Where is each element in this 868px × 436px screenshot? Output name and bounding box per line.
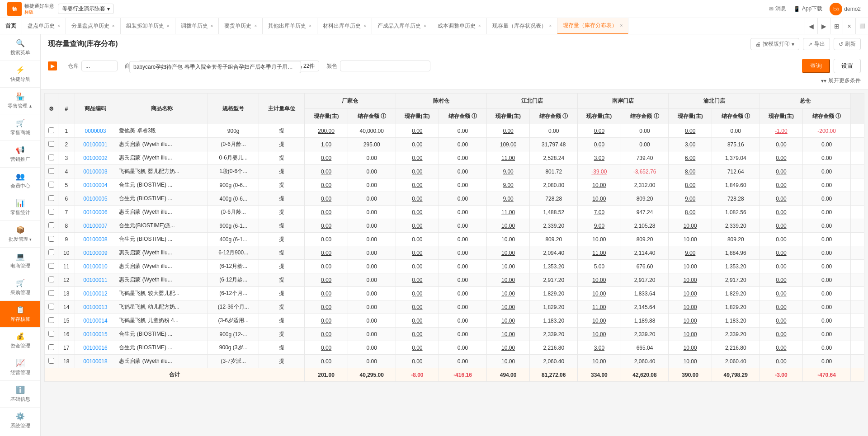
jb-qty[interactable]: 10.00 [486, 355, 530, 368]
close-icon[interactable]: × [424, 23, 426, 28]
tot-qty[interactable]: 0.00 [760, 165, 803, 178]
refresh-button[interactable]: ↺ 刷新 [834, 38, 861, 50]
fac-qty[interactable]: 0.00 [305, 273, 348, 287]
cl-qty[interactable]: 0.00 [396, 246, 439, 260]
jb-qty[interactable]: 10.00 [486, 246, 530, 260]
jb-qty[interactable]: 9.00 [486, 192, 530, 206]
jb-qty[interactable]: 9.00 [486, 178, 530, 192]
na-qty[interactable]: 10.00 [578, 273, 621, 287]
cl-qty[interactable]: 0.00 [396, 124, 439, 138]
more-conditions-button[interactable]: ▾▾ 展开更多条件 [821, 77, 861, 84]
tot-qty[interactable]: 0.00 [760, 219, 803, 233]
print-button[interactable]: 🖨 按模版打印 ▾ [750, 38, 799, 50]
tab-inventory-check[interactable]: 盘点单历史 × [22, 18, 66, 34]
row-checkbox[interactable] [45, 151, 58, 165]
sidebar-item-collab[interactable]: 🤝 企业协同 [0, 434, 40, 436]
na-qty[interactable]: 10.00 [578, 355, 621, 368]
sidebar-item-member[interactable]: 👥 会员中心 [0, 168, 40, 194]
app-download-button[interactable]: 📱 App下载 [793, 5, 822, 13]
row-checkbox[interactable] [45, 138, 58, 151]
na-qty[interactable]: 0.00 [578, 124, 621, 138]
jb-qty[interactable]: 10.00 [486, 287, 530, 300]
cl-qty[interactable]: 0.00 [396, 151, 439, 165]
nav-prev-button[interactable]: ◀ [805, 18, 817, 34]
tab-stock-status[interactable]: 现存量（库存状况表） × [487, 18, 558, 34]
fac-qty[interactable]: 0.00 [305, 300, 348, 314]
sidebar-item-finance[interactable]: 💰 资金管理 [0, 328, 40, 354]
tab-cost-adjust[interactable]: 成本调整单历史 × [432, 18, 487, 34]
yb-qty[interactable]: 8.00 [669, 165, 712, 178]
close-icon[interactable]: × [309, 23, 311, 28]
tab-transfer[interactable]: 调拨单历史 × [175, 18, 219, 34]
sidebar-item-basic-info[interactable]: ℹ️ 基础信息 [0, 381, 40, 408]
close-icon[interactable]: × [363, 23, 366, 28]
jb-qty[interactable]: 10.00 [486, 219, 530, 233]
yb-qty[interactable]: 10.00 [669, 328, 712, 341]
fac-qty[interactable]: 0.00 [305, 192, 348, 206]
tab-branch-check[interactable]: 分量盘点单历史 × [66, 18, 121, 34]
row-checkbox[interactable] [45, 192, 58, 206]
na-qty[interactable]: 3.00 [578, 151, 621, 165]
table-container[interactable]: ⚙ # 商品编码 商品名称 规格型号 主计量单位 厂家仓 陈村仓 江北门店 南岸… [41, 89, 868, 436]
jb-qty[interactable]: 10.00 [486, 341, 530, 355]
yb-qty[interactable]: 10.00 [669, 219, 712, 233]
tot-qty[interactable]: 0.00 [760, 138, 803, 151]
close-icon[interactable]: × [478, 23, 481, 28]
jb-qty[interactable]: 0.00 [486, 124, 530, 138]
sidebar-item-marketing[interactable]: 📢 营销推广 [0, 141, 40, 168]
yb-qty[interactable]: 10.00 [669, 233, 712, 246]
query-button[interactable]: 查询 [802, 59, 830, 73]
close-icon[interactable]: × [549, 23, 552, 28]
jb-qty[interactable]: 10.00 [486, 233, 530, 246]
warehouse-input[interactable] [81, 61, 118, 71]
tot-qty[interactable]: 0.00 [760, 192, 803, 206]
close-icon[interactable]: × [211, 23, 213, 28]
row-checkbox[interactable] [45, 260, 58, 273]
cl-qty[interactable]: 0.00 [396, 138, 439, 151]
yb-qty[interactable]: 3.00 [669, 138, 712, 151]
na-qty[interactable]: -39.00 [578, 165, 621, 178]
yb-qty[interactable]: 10.00 [669, 260, 712, 273]
sidebar-item-inventory[interactable]: 📋 库存核算 [0, 301, 40, 328]
fac-qty[interactable]: 0.00 [305, 206, 348, 219]
tab-stock-distribution[interactable]: 现存量（库存分布表） × [557, 18, 628, 34]
fac-qty[interactable]: 0.00 [305, 260, 348, 273]
sidebar-item-retail-mall[interactable]: 🛒 零售商城 [0, 114, 40, 141]
tot-qty[interactable]: 0.00 [760, 341, 803, 355]
yb-qty[interactable]: 0.00 [669, 124, 712, 138]
tot-qty[interactable]: 0.00 [760, 233, 803, 246]
settings-button[interactable]: 设置 [834, 59, 861, 73]
th-settings[interactable]: ⚙ [45, 94, 58, 124]
row-checkbox[interactable] [45, 233, 58, 246]
tab-other-out[interactable]: 其他出库单历史 × [263, 18, 317, 34]
tab-material-out[interactable]: 材料出库单历史 × [317, 18, 372, 34]
tab-order[interactable]: 要货单历史 × [219, 18, 263, 34]
fac-qty[interactable]: 200.00 [305, 124, 348, 138]
row-checkbox[interactable] [45, 206, 58, 219]
tot-qty[interactable]: 0.00 [760, 206, 803, 219]
row-checkbox[interactable] [45, 341, 58, 355]
fac-qty[interactable]: 0.00 [305, 355, 348, 368]
na-qty[interactable]: 0.00 [578, 138, 621, 151]
tab-assembly[interactable]: 组装拆卸单历史 × [121, 18, 175, 34]
jb-qty[interactable]: 10.00 [486, 314, 530, 328]
row-checkbox[interactable] [45, 246, 58, 260]
na-qty[interactable]: 5.00 [578, 260, 621, 273]
tab-product-in[interactable]: 产成品入库单历史 × [372, 18, 432, 34]
industry-selector[interactable]: 母婴行业演示陈套 ▾ [58, 4, 114, 14]
fac-qty[interactable]: 0.00 [305, 151, 348, 165]
row-checkbox[interactable] [45, 273, 58, 287]
cl-qty[interactable]: 0.00 [396, 165, 439, 178]
sidebar-item-system[interactable]: ⚙️ 系统管理 [0, 408, 40, 434]
cl-qty[interactable]: 0.00 [396, 192, 439, 206]
tot-qty[interactable]: 0.00 [760, 273, 803, 287]
collapse-button[interactable]: ▶ [48, 61, 57, 70]
tot-qty[interactable]: -1.00 [760, 124, 803, 138]
sidebar-item-quick-nav[interactable]: ⚡ 快捷导航 [0, 61, 40, 88]
na-qty[interactable]: 7.00 [578, 206, 621, 219]
row-checkbox[interactable] [45, 165, 58, 178]
jb-qty[interactable]: 109.00 [486, 138, 530, 151]
jb-qty[interactable]: 10.00 [486, 260, 530, 273]
jb-qty[interactable]: 10.00 [486, 328, 530, 341]
cl-qty[interactable]: 0.00 [396, 287, 439, 300]
